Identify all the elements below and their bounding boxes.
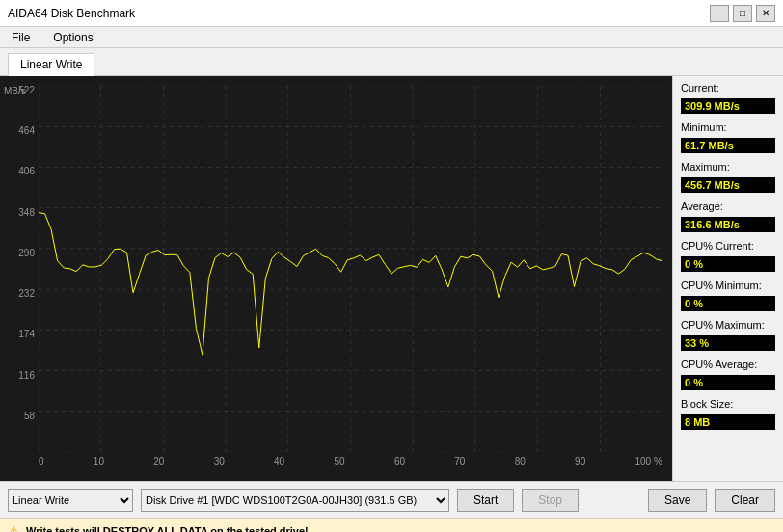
y-label-464: 464 <box>18 126 35 136</box>
stats-sidebar: Current: 309.9 MB/s Minimum: 61.7 MB/s M… <box>672 76 783 481</box>
cpu-maximum-value: 33 % <box>681 335 775 351</box>
warning-icon: ⚠ <box>8 523 20 533</box>
x-label-10: 10 <box>94 456 104 466</box>
menu-file[interactable]: File <box>4 29 38 46</box>
cpu-average-value: 0 % <box>681 375 775 390</box>
x-label-50: 50 <box>334 456 344 466</box>
x-label-40: 40 <box>274 456 284 466</box>
bottom-bar: Linear Write Disk Drive #1 [WDC WDS100T2… <box>0 481 783 518</box>
start-button[interactable]: Start <box>457 489 514 512</box>
app-title: AIDA64 Disk Benchmark <box>8 7 135 20</box>
block-size-value: 8 MB <box>681 414 775 430</box>
cpu-maximum-label: CPU% Maximum: <box>681 319 775 331</box>
y-label-58: 58 <box>24 412 35 421</box>
clear-button[interactable]: Clear <box>715 489 775 512</box>
minimize-button[interactable]: − <box>710 5 729 22</box>
y-label-522: 522 <box>18 86 35 95</box>
status-message: Write tests will DESTROY ALL DATA on the… <box>26 525 309 533</box>
cpu-minimum-value: 0 % <box>681 296 775 311</box>
title-bar: AIDA64 Disk Benchmark − □ ✕ <box>0 0 783 27</box>
drive-select[interactable]: Disk Drive #1 [WDC WDS100T2G0A-00JH30] (… <box>141 489 449 512</box>
x-label-80: 80 <box>515 456 526 466</box>
y-label-174: 174 <box>18 330 35 339</box>
title-bar-left: AIDA64 Disk Benchmark <box>8 7 135 20</box>
x-label-100: 100 % <box>635 456 662 466</box>
minimum-label: Minimum: <box>681 121 775 133</box>
save-button[interactable]: Save <box>648 489 707 512</box>
menu-options[interactable]: Options <box>45 29 100 46</box>
title-bar-controls: − □ ✕ <box>710 5 775 22</box>
y-label-290: 290 <box>18 249 35 258</box>
current-label: Current: <box>681 82 775 93</box>
status-bar: ⚠ Write tests will DESTROY ALL DATA on t… <box>0 518 783 532</box>
tab-linear-write[interactable]: Linear Write <box>8 53 94 76</box>
average-label: Average: <box>681 200 775 212</box>
x-label-20: 20 <box>153 456 164 466</box>
cpu-current-label: CPU% Current: <box>681 240 775 252</box>
x-label-60: 60 <box>394 456 405 466</box>
menu-bar: File Options <box>0 27 783 48</box>
x-label-70: 70 <box>454 456 465 466</box>
y-label-406: 406 <box>18 167 35 176</box>
performance-chart <box>39 86 662 452</box>
maximum-value: 456.7 MB/s <box>681 177 775 193</box>
x-label-30: 30 <box>214 456 225 466</box>
stop-button[interactable]: Stop <box>522 489 579 512</box>
minimum-value: 61.7 MB/s <box>681 138 775 153</box>
y-label-116: 116 <box>18 371 35 381</box>
y-axis: 522 464 406 348 290 232 174 116 58 <box>0 86 39 452</box>
average-value: 316.6 MB/s <box>681 217 775 232</box>
block-size-label: Block Size: <box>681 398 775 410</box>
cpu-minimum-label: CPU% Minimum: <box>681 279 775 291</box>
x-label-90: 90 <box>575 456 585 466</box>
main-content: MB/s 62:40 522 464 406 348 290 232 174 1… <box>0 76 783 481</box>
current-value: 309.9 MB/s <box>681 98 775 114</box>
cpu-current-value: 0 % <box>681 256 775 272</box>
maximize-button[interactable]: □ <box>733 5 752 22</box>
test-type-select[interactable]: Linear Write <box>8 489 133 512</box>
chart-area: MB/s 62:40 522 464 406 348 290 232 174 1… <box>0 76 672 481</box>
tabs-bar: Linear Write <box>0 48 783 76</box>
x-axis: 0 10 20 30 40 50 60 70 80 90 100 % <box>39 452 662 481</box>
x-label-0: 0 <box>39 456 44 466</box>
close-button[interactable]: ✕ <box>756 5 775 22</box>
cpu-average-label: CPU% Average: <box>681 359 775 370</box>
y-label-348: 348 <box>18 208 35 218</box>
y-label-232: 232 <box>18 289 35 299</box>
maximum-label: Maximum: <box>681 161 775 173</box>
